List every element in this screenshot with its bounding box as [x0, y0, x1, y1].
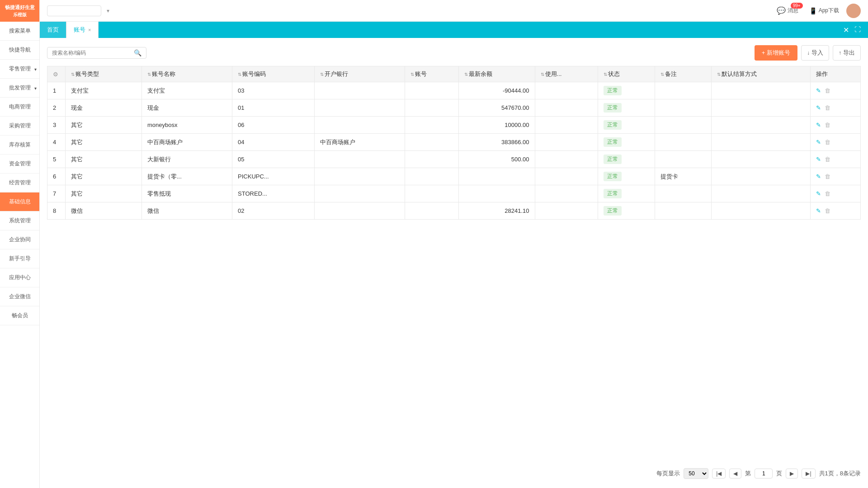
per-page-select[interactable]: 50 20 100 — [684, 468, 708, 479]
export-button[interactable]: ↑ 导出 — [833, 45, 861, 61]
edit-icon[interactable]: ✎ — [816, 87, 821, 94]
delete-icon[interactable]: 🗑 — [825, 207, 830, 214]
cell-balance — [458, 168, 535, 185]
th-settlement[interactable]: ⇅默认结算方式 — [711, 66, 811, 82]
sidebar-item-label: 企业微信 — [9, 293, 31, 300]
edit-icon[interactable]: ✎ — [816, 190, 821, 197]
cell-type: 微信 — [66, 202, 142, 220]
sidebar-item-quicknav[interactable]: 快捷导航 — [0, 41, 39, 60]
app-download-button[interactable]: 📱 App下载 — [809, 7, 839, 14]
sidebar-item-label: 新手引导 — [9, 255, 31, 262]
tab-close-button[interactable]: × — [88, 27, 91, 33]
sidebar-item-retail[interactable]: 零售管理 ▾ — [0, 60, 39, 79]
th-note[interactable]: ⇅备注 — [655, 66, 711, 82]
page-input[interactable] — [755, 469, 773, 479]
sidebar-item-guide[interactable]: 新手引导 — [0, 249, 39, 268]
mobile-icon: 📱 — [809, 7, 817, 14]
tab-home[interactable]: 首页 — [40, 22, 66, 38]
th-bank[interactable]: ⇅开户银行 — [314, 66, 405, 82]
delete-icon[interactable]: 🗑 — [825, 122, 830, 128]
sidebar-item-enterprise[interactable]: 企业协同 — [0, 230, 39, 249]
cell-settlement — [711, 82, 811, 99]
cell-code: 06 — [232, 117, 315, 134]
last-page-button[interactable]: ▶| — [802, 469, 815, 479]
th-usage[interactable]: ⇅使用... — [535, 66, 598, 82]
sidebar-item-finance[interactable]: 资金管理 — [0, 155, 39, 174]
th-status[interactable]: ⇅状态 — [598, 66, 655, 82]
edit-icon[interactable]: ✎ — [816, 207, 821, 214]
cell-balance: -90444.00 — [458, 82, 535, 99]
sidebar-item-inventory[interactable]: 库存核算 — [0, 136, 39, 155]
cell-account — [405, 151, 459, 168]
cell-bank — [314, 99, 405, 117]
cell-actions: ✎ 🗑 — [811, 151, 861, 168]
sidebar-item-appcenter[interactable]: 应用中心 — [0, 268, 39, 287]
delete-icon[interactable]: 🗑 — [825, 104, 830, 111]
sidebar-item-member[interactable]: 畅会员 — [0, 306, 39, 325]
next-page-button[interactable]: ▶ — [786, 469, 798, 479]
sidebar-item-label: 企业协同 — [9, 236, 31, 243]
th-type[interactable]: ⇅账号类型 — [66, 66, 142, 82]
th-name[interactable]: ⇅账号名称 — [142, 66, 232, 82]
top-bar: ▾ 💬 99+ 消息 📱 App下载 — [40, 0, 868, 22]
edit-icon[interactable]: ✎ — [816, 122, 821, 128]
top-search-input[interactable] — [47, 5, 101, 16]
sidebar-item-purchase[interactable]: 采购管理 — [0, 117, 39, 136]
edit-icon[interactable]: ✎ — [816, 139, 821, 145]
sidebar-item-label: 库存核算 — [9, 141, 31, 148]
cell-actions: ✎ 🗑 — [811, 82, 861, 99]
cell-bank: 中百商场账户 — [314, 134, 405, 151]
sidebar-item-search[interactable]: 搜索菜单 — [0, 22, 39, 41]
th-code[interactable]: ⇅账号编码 — [232, 66, 315, 82]
settings-icon[interactable]: ⚙ — [53, 71, 58, 78]
sidebar-item-basics[interactable]: 基础信息 — [0, 192, 39, 211]
edit-icon[interactable]: ✎ — [816, 173, 821, 180]
cell-balance: 10000.00 — [458, 117, 535, 134]
window-close-icon[interactable]: ✕ — [843, 26, 849, 34]
cell-code: STORED... — [232, 185, 315, 202]
search-box[interactable]: 🔍 — [47, 47, 146, 59]
delete-icon[interactable]: 🗑 — [825, 190, 830, 197]
cell-name: 现金 — [142, 99, 232, 117]
add-account-button[interactable]: + 新增账号 — [755, 45, 797, 61]
sidebar-item-ecommerce[interactable]: 电商管理 — [0, 98, 39, 117]
delete-icon[interactable]: 🗑 — [825, 156, 830, 163]
delete-icon[interactable]: 🗑 — [825, 139, 830, 145]
message-button[interactable]: 💬 99+ 消息 — [777, 6, 798, 15]
cell-balance: 500.00 — [458, 151, 535, 168]
sidebar-item-label: 搜索菜单 — [9, 28, 31, 34]
prev-page-button[interactable]: ◀ — [729, 469, 741, 479]
sidebar-item-system[interactable]: 系统管理 — [0, 211, 39, 230]
th-account[interactable]: ⇅账号 — [405, 66, 459, 82]
search-input[interactable] — [52, 50, 131, 56]
cell-id: 7 — [47, 185, 66, 202]
cell-balance: 547670.00 — [458, 99, 535, 117]
cell-settlement — [711, 99, 811, 117]
cell-code: 01 — [232, 99, 315, 117]
edit-icon[interactable]: ✎ — [816, 104, 821, 111]
first-page-button[interactable]: |◀ — [712, 469, 726, 479]
th-balance[interactable]: ⇅最新余额 — [458, 66, 535, 82]
user-avatar[interactable] — [846, 4, 861, 18]
cell-bank — [314, 151, 405, 168]
window-maximize-icon[interactable]: ⛶ — [854, 26, 861, 34]
edit-icon[interactable]: ✎ — [816, 156, 821, 163]
sidebar-item-wechat[interactable]: 企业微信 — [0, 287, 39, 306]
tab-account[interactable]: 账号 × — [66, 22, 99, 38]
delete-icon[interactable]: 🗑 — [825, 87, 830, 94]
import-button[interactable]: ↓ 导入 — [801, 45, 829, 61]
cell-actions: ✎ 🗑 — [811, 185, 861, 202]
sidebar-item-label: 经营管理 — [9, 179, 31, 186]
sidebar-item-label: 畅会员 — [12, 312, 28, 319]
sidebar-item-wholesale[interactable]: 批发管理 ▾ — [0, 79, 39, 98]
top-bar-left: ▾ — [47, 5, 109, 16]
sidebar: 畅捷通好生意 乐橙版 搜索菜单 快捷导航 零售管理 ▾ 批发管理 ▾ 电商管理 … — [0, 0, 40, 488]
search-icon: 🔍 — [134, 49, 142, 56]
cell-usage — [535, 117, 598, 134]
cell-name: 微信 — [142, 202, 232, 220]
cell-usage — [535, 82, 598, 99]
cell-actions: ✎ 🗑 — [811, 134, 861, 151]
delete-icon[interactable]: 🗑 — [825, 173, 830, 180]
sidebar-item-operations[interactable]: 经营管理 — [0, 174, 39, 192]
cell-account — [405, 82, 459, 99]
